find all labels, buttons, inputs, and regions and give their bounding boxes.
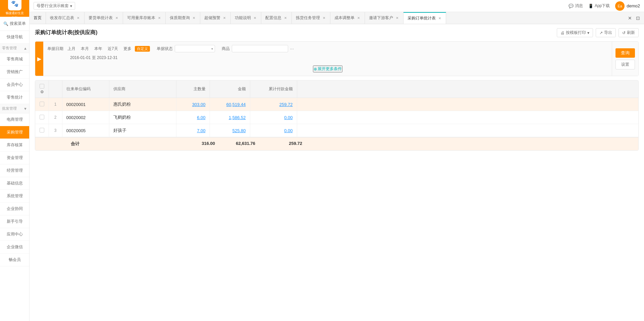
tab-invite-downstream-close[interactable]: ✕ xyxy=(395,15,399,20)
sidebar-item-enterprise[interactable]: 企业协同 xyxy=(0,203,29,215)
tab-goods-stats[interactable]: 要货单统计表 ✕ xyxy=(85,12,123,24)
search-menu-button[interactable]: 🔍 搜索菜单 xyxy=(2,19,27,28)
th-qty: 主数量 xyxy=(176,81,210,98)
sidebar-item-wholesale[interactable]: 批发管理 ▼ xyxy=(0,104,29,113)
sidebar-item-new-guide[interactable]: 新手引导 xyxy=(0,215,29,228)
tab-invite-downstream[interactable]: 邀请下游客户 ✕ xyxy=(365,12,404,24)
sidebar-item-system[interactable]: 系统管理 xyxy=(0,190,29,203)
tab-inventory-account-label: 可用量库存账本 xyxy=(127,15,155,21)
cell-checkbox xyxy=(35,124,49,137)
tab-goods-stats-close[interactable]: ✕ xyxy=(115,15,119,20)
th-num xyxy=(49,81,62,98)
tab-home[interactable]: 首页 xyxy=(30,12,46,24)
sidebar-item-vip[interactable]: 畅会员 xyxy=(0,254,29,266)
tab-cost-adjust[interactable]: 成本调整单 ✕ xyxy=(330,12,365,24)
sidebar-item-retail-mgmt[interactable]: 零售管理 ▲ xyxy=(0,44,29,53)
th-code: 往来单位编码 xyxy=(62,81,109,98)
tab-expiry-query-close[interactable]: ✕ xyxy=(192,15,196,20)
query-button[interactable]: 查询 xyxy=(615,48,635,58)
tab-expiry-query[interactable]: 保质期查询 ✕ xyxy=(166,12,200,24)
goods-more-icon[interactable]: ··· xyxy=(290,46,294,51)
sidebar-item-operations[interactable]: 经营管理 xyxy=(0,164,29,177)
sidebar-item-quick-nav[interactable]: 快捷导航 xyxy=(0,31,29,44)
tab-collect-send[interactable]: 收发存汇总表 ✕ xyxy=(46,12,85,24)
date-btn-this-year[interactable]: 本年 xyxy=(92,45,104,52)
user-profile[interactable]: Ea demo2 xyxy=(615,1,640,11)
cell-code: 00020001 xyxy=(62,98,109,111)
filter-body: 单据日期 上月 本月 本年 近7天 更多 自定义 单据状态 xyxy=(43,42,612,76)
settings-gear-icon[interactable]: ⚙ xyxy=(40,90,44,94)
refresh-button[interactable]: ↺ 刷新 xyxy=(619,28,639,37)
sidebar-item-finance[interactable]: 资金管理 xyxy=(0,152,29,164)
tab-function-desc-close[interactable]: ✕ xyxy=(253,15,257,20)
operations-label: 经营管理 xyxy=(7,168,23,173)
tab-purchase-stats-label: 采购订单统计表 xyxy=(408,15,436,21)
expand-more-button[interactable]: ⊕ 展开更多条件 xyxy=(313,65,342,72)
app-download-button[interactable]: 📱 App下载 xyxy=(588,3,610,9)
tab-cost-adjust-close[interactable]: ✕ xyxy=(357,15,361,20)
tab-overstock-warning-close[interactable]: ✕ xyxy=(222,15,226,20)
header-checkbox[interactable] xyxy=(40,84,44,89)
finance-label: 资金管理 xyxy=(7,155,23,161)
query-btn-column: 查询 设置 xyxy=(612,42,638,76)
date-btn-last-month[interactable]: 上月 xyxy=(65,45,77,52)
print-button[interactable]: 🖨 按模板打印 ▾ xyxy=(557,28,593,37)
row-checkbox[interactable] xyxy=(40,115,44,119)
sidebar-item-retail-stats[interactable]: 零售统计 xyxy=(0,91,29,104)
sidebar-item-basic-info[interactable]: 基础信息 xyxy=(0,177,29,190)
tab-overstock-warning-label: 超储预警 xyxy=(204,15,220,21)
cell-amount: 525.80 xyxy=(210,124,250,137)
workspace-selector[interactable]: 母婴行业演示账套 ▾ xyxy=(34,2,75,10)
sidebar-item-app-center[interactable]: 应用中心 xyxy=(0,228,29,241)
sidebar-item-enterprise-wechat[interactable]: 企业微信 xyxy=(0,241,29,254)
tab-config-info-close[interactable]: ✕ xyxy=(283,15,287,20)
message-label: 消息 xyxy=(575,3,583,9)
row-checkbox[interactable] xyxy=(40,128,44,132)
tab-purchase-stats[interactable]: 采购订单统计表 ✕ xyxy=(404,12,446,24)
tab-config-info[interactable]: 配置信息 ✕ xyxy=(261,12,292,24)
tab-inventory-account[interactable]: 可用量库存账本 ✕ xyxy=(123,12,166,24)
filter-goods-group: 商品 ··· xyxy=(222,45,294,52)
sidebar-item-purchase[interactable]: 采购管理 xyxy=(0,126,29,139)
date-btn-more[interactable]: 更多 xyxy=(121,45,133,52)
sidebar-item-ecommerce[interactable]: 电商管理 xyxy=(0,113,29,126)
tab-function-desc[interactable]: 功能说明 ✕ xyxy=(231,12,261,24)
window-close-button[interactable]: ✕ xyxy=(627,15,633,21)
export-button[interactable]: ↗ 导出 xyxy=(596,28,616,37)
main-content: 母婴行业演示账套 ▾ 💬 消息 📱 App下载 Ea demo2 首页 xyxy=(30,0,644,321)
cell-paid: 0.00 xyxy=(250,124,297,137)
tab-pick-task[interactable]: 拣货任务管理 ✕ xyxy=(292,12,330,24)
table-row: 2 00020002 飞鹤奶粉 6.00 1,586.52 0.00 xyxy=(35,111,638,124)
page-content-area: 采购订单统计表(按供应商) 🖨 按模板打印 ▾ ↗ 导出 ↺ 刷新 xyxy=(30,24,644,321)
goods-input[interactable] xyxy=(232,45,288,52)
date-btn-last-7-days[interactable]: 近7天 xyxy=(106,45,120,52)
tab-goods-stats-label: 要货单统计表 xyxy=(89,15,113,21)
settings-button[interactable]: 设置 xyxy=(615,60,635,69)
date-btn-this-month[interactable]: 本月 xyxy=(79,45,91,52)
sidebar-item-inventory[interactable]: 库存核算 xyxy=(0,139,29,152)
basic-info-label: 基础信息 xyxy=(7,180,23,186)
table-row: 3 00020005 好孩子 7.00 525.80 0.00 xyxy=(35,124,638,137)
arrow-right-icon: ▶ xyxy=(37,56,41,62)
tab-inventory-account-close[interactable]: ✕ xyxy=(157,15,161,20)
system-label: 系统管理 xyxy=(7,193,23,199)
filter-collapse-button[interactable]: ▶ xyxy=(35,42,43,76)
date-quick-buttons: 上月 本月 本年 近7天 更多 自定义 xyxy=(65,45,150,52)
message-button[interactable]: 💬 消息 xyxy=(569,3,583,9)
status-select[interactable] xyxy=(175,45,215,52)
tab-collect-send-close[interactable]: ✕ xyxy=(76,15,80,20)
cell-extra xyxy=(297,124,638,137)
sidebar-item-marketing[interactable]: 营销推广 xyxy=(0,66,29,78)
sidebar-item-member-center[interactable]: 会员中心 xyxy=(0,78,29,91)
cell-num: 2 xyxy=(49,111,62,124)
date-range-row: 2016-01-01 至 2023-12-31 xyxy=(47,55,608,61)
sidebar-item-retail-store[interactable]: 零售商城 xyxy=(0,53,29,66)
search-icon: 🔍 xyxy=(3,21,8,26)
tab-overstock-warning[interactable]: 超储预警 ✕ xyxy=(200,12,231,24)
tab-purchase-stats-close[interactable]: ✕ xyxy=(438,16,442,21)
tab-pick-task-close[interactable]: ✕ xyxy=(322,15,326,20)
message-icon: 💬 xyxy=(569,4,574,8)
window-maximize-button[interactable]: ⊡ xyxy=(635,15,641,21)
date-custom-tag: 自定义 xyxy=(135,46,150,52)
row-checkbox[interactable] xyxy=(40,102,44,106)
